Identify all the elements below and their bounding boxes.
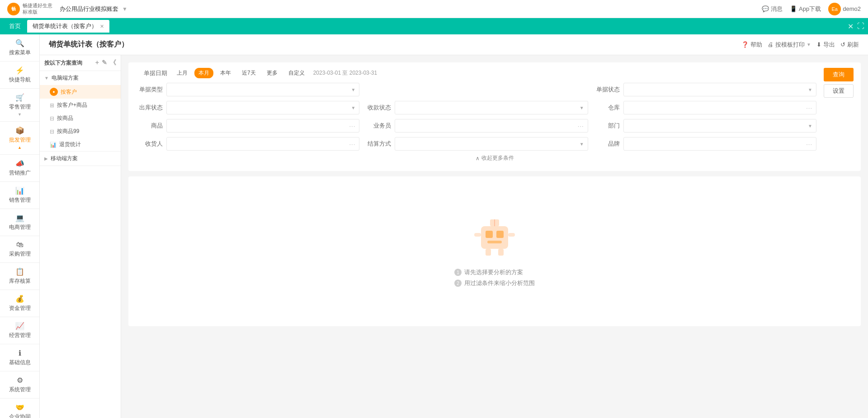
search-icon: 🔍 <box>15 39 24 48</box>
scheme-group-mobile-header[interactable]: ▶ 移动端方案 <box>40 152 121 166</box>
left-panel-header: 按以下方案查询 + ✎ 《 <box>40 55 121 71</box>
collapse-bar[interactable]: ∧ 收起更多条件 <box>136 151 854 166</box>
wholesale-arrow: ▲ <box>18 145 22 150</box>
sidebar-item-cooperation[interactable]: 🤝 企业协同 <box>0 399 39 418</box>
brand-input[interactable]: ··· <box>623 137 816 151</box>
tip-num-1: 1 <box>454 269 462 276</box>
print-btn[interactable]: 🖨 按模板打印 ▼ <box>768 41 811 49</box>
empty-tip-2: 2 用过滤条件来缩小分析范围 <box>454 279 535 287</box>
svg-rect-3 <box>487 241 502 243</box>
edit-scheme-btn[interactable]: ✎ <box>102 59 107 67</box>
goods-input[interactable]: ··· <box>166 119 359 133</box>
sidebar-search[interactable]: 🔍 搜索菜单 <box>0 34 39 62</box>
sidebar-item-purchase[interactable]: 🛍 采购管理 <box>0 236 39 263</box>
sidebar-item-operations[interactable]: 📈 经营管理 <box>0 317 39 344</box>
receipt-arrow: ▼ <box>580 105 584 110</box>
svg-rect-6 <box>474 233 481 237</box>
logo-text: 畅捷通好生意 标准版 <box>23 3 52 14</box>
main-layout: 🔍 搜索菜单 ⚡ 快捷导航 🛒 零售管理 ▼ 📦 批发管理 ▲ 📣 营销推广 📊… <box>0 34 868 418</box>
filter-grid-row4: 商品 ··· 业务员 ··· <box>136 119 816 133</box>
dropdown-icon[interactable]: ▼ <box>122 6 127 12</box>
brand-dots: ··· <box>806 141 812 147</box>
scheme-icon-4: 📊 <box>50 142 57 148</box>
sidebar-item-ecommerce[interactable]: 💻 电商管理 <box>0 209 39 236</box>
sidebar-item-basic-info[interactable]: ℹ 基础信息 <box>0 344 39 371</box>
refresh-btn[interactable]: ↺ 刷新 <box>840 41 859 49</box>
payment-label: 结算方式 <box>364 140 391 148</box>
filter-cell-department: 部门 ▼ <box>593 119 816 133</box>
scheme-by-product[interactable]: ⊟ 按商品 <box>40 112 121 125</box>
scheme-by-customer-product[interactable]: ⊞ 按客户+商品 <box>40 99 121 112</box>
salesperson-label: 业务员 <box>364 122 391 130</box>
user-area[interactable]: Ea demo2 <box>828 3 861 15</box>
receipt-input[interactable]: ▼ <box>395 101 588 114</box>
date-btn-7days[interactable]: 近7天 <box>238 68 260 78</box>
warehouse-input[interactable]: ··· <box>623 101 816 114</box>
empty-illustration <box>467 213 522 259</box>
sidebar-item-inventory[interactable]: 📋 库存核算 <box>0 263 39 290</box>
collapse-panel-btn[interactable]: 《 <box>110 59 116 67</box>
sales-tab-label: 销货单统计表（按客户） <box>33 22 97 30</box>
scheme-items-desktop: ● 按客户 ⊞ 按客户+商品 ⊟ 按商品 <box>40 85 121 151</box>
receiver-label: 收货人 <box>136 140 163 148</box>
settings-btn[interactable]: 设置 <box>824 84 854 98</box>
page-actions: ❓ 帮助 🖨 按模板打印 ▼ ⬇ 导出 ↺ 刷新 <box>741 41 859 54</box>
app-download-btn[interactable]: 📱 App下载 <box>790 5 821 13</box>
sidebar-item-wholesale[interactable]: 📦 批发管理 ▲ <box>0 122 39 155</box>
date-btn-this-month[interactable]: 本月 <box>194 68 213 78</box>
sidebar-quick-nav[interactable]: ⚡ 快捷导航 <box>0 62 39 89</box>
date-filter-group: 上月 本月 本年 近7天 更多 自定义 2023-03-01 至 2023-03… <box>173 68 816 78</box>
salesperson-input[interactable]: ··· <box>395 119 588 133</box>
export-icon: ⬇ <box>816 41 821 48</box>
date-btn-this-year[interactable]: 本年 <box>216 68 235 78</box>
filter-cell-receipt: 收款状态 ▼ <box>364 101 588 114</box>
filter-area: 单据日期 上月 本月 本年 近7天 更多 自定义 2023-03-01 至 20… <box>128 62 861 171</box>
message-btn[interactable]: 💬 消息 <box>762 5 783 13</box>
date-btn-custom[interactable]: 自定义 <box>284 68 309 78</box>
department-arrow: ▼ <box>808 124 812 128</box>
payment-input[interactable]: ▼ <box>395 137 588 151</box>
sidebar-item-retail[interactable]: 🛒 零售管理 ▼ <box>0 89 39 122</box>
query-btn[interactable]: 查询 <box>824 68 854 81</box>
scheme-return-stats[interactable]: 📊 退货统计 <box>40 138 121 151</box>
tab-maximize-icon[interactable]: ⛶ <box>857 22 864 30</box>
order-status-arrow: ▼ <box>808 87 812 92</box>
warehouse-label: 仓库 <box>593 104 620 112</box>
scheme-icon-2: ⊟ <box>50 115 54 122</box>
add-scheme-btn[interactable]: + <box>95 59 99 67</box>
sidebar-item-system[interactable]: ⚙ 系统管理 <box>0 371 39 399</box>
sidebar-item-marketing[interactable]: 📣 营销推广 <box>0 155 39 182</box>
receiver-input[interactable]: ··· <box>166 137 359 151</box>
filter-cell-receiver: 收货人 ··· <box>136 137 359 151</box>
header-right: 💬 消息 📱 App下载 Ea demo2 <box>762 3 861 15</box>
help-btn[interactable]: ❓ 帮助 <box>741 41 762 49</box>
order-type-input[interactable]: ▼ <box>166 83 359 96</box>
left-panel-actions: + ✎ 《 <box>95 59 116 67</box>
tab-home[interactable]: 首页 <box>4 20 26 33</box>
active-scheme-icon: ● <box>50 88 58 96</box>
empty-tip-1: 1 请先选择要分析的方案 <box>454 268 535 276</box>
tab-close-icon[interactable]: ✕ <box>100 24 104 29</box>
filter-cell-brand: 品牌 ··· <box>593 137 816 151</box>
sidebar-item-sales[interactable]: 📊 销售管理 <box>0 182 39 209</box>
department-input[interactable]: ▼ <box>623 119 816 133</box>
tab-sales-report[interactable]: 销货单统计表（按客户） ✕ <box>27 20 109 33</box>
right-panel: 单据日期 上月 本月 本年 近7天 更多 自定义 2023-03-01 至 20… <box>121 55 868 418</box>
header-left: 畅 畅捷通好生意 标准版 办公用品行业模拟账套 ▼ <box>7 3 127 15</box>
scheme-group-desktop-header[interactable]: ▼ 电脑端方案 <box>40 71 121 85</box>
scheme-by-customer[interactable]: ● 按客户 <box>40 85 121 99</box>
filter-cell-payment: 结算方式 ▼ <box>364 137 588 151</box>
date-btn-last-month[interactable]: 上月 <box>173 68 192 78</box>
scheme-by-product99[interactable]: ⊟ 按商品99 <box>40 125 121 138</box>
filter-grid-row5: 收货人 ··· 结算方式 ▼ <box>136 137 816 151</box>
export-btn[interactable]: ⬇ 导出 <box>816 41 835 49</box>
goods-label: 商品 <box>136 122 163 130</box>
sidebar-item-finance[interactable]: 💰 资金管理 <box>0 290 39 317</box>
order-status-input[interactable]: ▼ <box>623 83 816 96</box>
filter-grid-row2: 单据类型 ▼ 单据状态 <box>136 83 816 96</box>
shipment-input[interactable]: ▼ <box>166 101 359 114</box>
tab-close-all-icon[interactable]: ✕ <box>848 22 854 31</box>
empty-tips: 1 请先选择要分析的方案 2 用过滤条件来缩小分析范围 <box>454 268 535 290</box>
svg-rect-8 <box>486 249 491 256</box>
date-btn-more[interactable]: 更多 <box>263 68 282 78</box>
